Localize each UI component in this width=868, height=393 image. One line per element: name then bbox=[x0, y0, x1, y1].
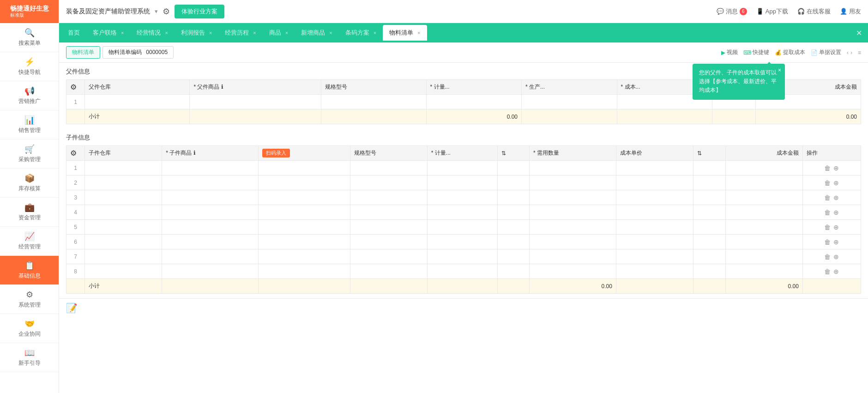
nav-tab-8[interactable]: 物料清单× bbox=[383, 25, 427, 41]
child-row-amount-3[interactable] bbox=[725, 190, 802, 205]
sidebar-item-10[interactable]: 🤝企业协同 bbox=[0, 314, 59, 343]
child-row-qty-4[interactable] bbox=[530, 205, 616, 220]
video-action[interactable]: ▶ 视频 bbox=[721, 48, 738, 56]
child-row-unit-5[interactable] bbox=[427, 220, 497, 235]
nav-tab-close-3[interactable]: × bbox=[209, 30, 212, 36]
shortcut-action[interactable]: ⌨ 快捷键 bbox=[743, 48, 769, 56]
child-row-qty-8[interactable] bbox=[530, 264, 616, 279]
nav-tab-6[interactable]: 新增商品× bbox=[295, 25, 338, 41]
cost-action[interactable]: 💰 提取成本 bbox=[775, 48, 805, 56]
child-row-scan-1[interactable] bbox=[259, 161, 350, 175]
nav-tab-0[interactable]: 首页 bbox=[61, 25, 86, 41]
sub-tab-bill-list[interactable]: 物料清单 bbox=[66, 46, 100, 59]
child-row-qty-2[interactable] bbox=[530, 175, 616, 190]
nav-tab-1[interactable]: 客户联络× bbox=[86, 25, 130, 41]
child-row-amount-6[interactable] bbox=[725, 235, 802, 249]
child-row-warehouse-2[interactable] bbox=[85, 175, 162, 190]
dropdown-arrow-icon[interactable]: ▾ bbox=[155, 8, 158, 15]
child-row-unit-3[interactable] bbox=[427, 190, 497, 205]
nav-tab-close-2[interactable]: × bbox=[165, 30, 168, 36]
child-row-amount-2[interactable] bbox=[725, 175, 802, 190]
parent-row-product-1[interactable] bbox=[190, 95, 321, 109]
settings-icon[interactable]: ⚙ bbox=[163, 6, 170, 17]
sidebar-item-5[interactable]: 📦库存核算 bbox=[0, 169, 59, 198]
child-row-product-6[interactable] bbox=[162, 235, 259, 249]
child-row-unit-price-4[interactable] bbox=[616, 205, 693, 220]
child-row-delete-icon-6[interactable]: 🗑 bbox=[824, 238, 831, 246]
child-row-warehouse-4[interactable] bbox=[85, 205, 162, 220]
message-item[interactable]: 💬 消息 6 bbox=[717, 7, 747, 16]
child-row-scan-5[interactable] bbox=[259, 220, 350, 235]
child-row-warehouse-8[interactable] bbox=[85, 264, 162, 279]
tooltip-close-icon[interactable]: × bbox=[778, 66, 781, 75]
child-row-product-4[interactable] bbox=[162, 205, 259, 220]
child-row-delete-icon-7[interactable]: 🗑 bbox=[824, 253, 831, 260]
child-row-amount-8[interactable] bbox=[725, 264, 802, 279]
child-row-amount-7[interactable] bbox=[725, 249, 802, 264]
child-row-copy-icon-1[interactable]: ⊕ bbox=[833, 164, 839, 172]
child-row-unit-price-2[interactable] bbox=[616, 175, 693, 190]
child-row-copy-icon-8[interactable]: ⊕ bbox=[833, 268, 839, 275]
child-row-spec-2[interactable] bbox=[350, 175, 427, 190]
child-row-scan-7[interactable] bbox=[259, 249, 350, 264]
nav-tab-2[interactable]: 经营情况× bbox=[130, 25, 174, 41]
sidebar-item-9[interactable]: ⚙系统管理 bbox=[0, 285, 59, 314]
child-row-delete-icon-3[interactable]: 🗑 bbox=[824, 194, 831, 201]
child-row-delete-icon-2[interactable]: 🗑 bbox=[824, 179, 831, 187]
child-row-delete-icon-8[interactable]: 🗑 bbox=[824, 268, 831, 275]
child-row-scan-8[interactable] bbox=[259, 264, 350, 279]
child-row-amount-5[interactable] bbox=[725, 220, 802, 235]
child-row-product-5[interactable] bbox=[162, 220, 259, 235]
child-row-scan-2[interactable] bbox=[259, 175, 350, 190]
sidebar-item-2[interactable]: 📢营销推广 bbox=[0, 81, 59, 110]
child-row-product-7[interactable] bbox=[162, 249, 259, 264]
user-item[interactable]: 👤 用友 bbox=[840, 7, 861, 16]
nav-tab-close-4[interactable]: × bbox=[253, 30, 256, 36]
child-row-spec-5[interactable] bbox=[350, 220, 427, 235]
parent-row-unit-1[interactable] bbox=[426, 95, 522, 109]
child-row-scan-6[interactable] bbox=[259, 235, 350, 249]
child-row-warehouse-6[interactable] bbox=[85, 235, 162, 249]
sidebar-item-6[interactable]: 💼资金管理 bbox=[0, 198, 59, 227]
nav-tab-close-8[interactable]: × bbox=[417, 30, 420, 36]
nav-tab-close-7[interactable]: × bbox=[374, 30, 376, 36]
nav-tab-3[interactable]: 利润报告× bbox=[175, 25, 218, 41]
child-row-scan-4[interactable] bbox=[259, 205, 350, 220]
sidebar-item-8[interactable]: 📋基础信息 bbox=[0, 256, 59, 285]
trial-button[interactable]: 体验行业方案 bbox=[175, 5, 224, 18]
sidebar-item-4[interactable]: 🛒采购管理 bbox=[0, 139, 59, 169]
app-download-item[interactable]: 📱 App下载 bbox=[756, 7, 788, 16]
parent-col-settings[interactable]: ⚙ bbox=[66, 80, 85, 95]
child-row-spec-6[interactable] bbox=[350, 235, 427, 249]
list-view-icon[interactable]: ≡ bbox=[858, 49, 861, 56]
child-row-product-2[interactable] bbox=[162, 175, 259, 190]
child-row-unit-4[interactable] bbox=[427, 205, 497, 220]
nav-tab-close-6[interactable]: × bbox=[329, 30, 332, 36]
child-row-unit-price-3[interactable] bbox=[616, 190, 693, 205]
child-row-unit-price-8[interactable] bbox=[616, 264, 693, 279]
online-service-item[interactable]: 🎧 在线客服 bbox=[797, 7, 831, 16]
child-row-copy-icon-4[interactable]: ⊕ bbox=[833, 209, 839, 216]
nav-tab-close-5[interactable]: × bbox=[285, 30, 288, 36]
sidebar-item-1[interactable]: ⚡快捷导航 bbox=[0, 52, 59, 81]
child-row-unit-price-1[interactable] bbox=[616, 161, 693, 175]
child-row-warehouse-7[interactable] bbox=[85, 249, 162, 264]
prev-page-icon[interactable]: ‹ bbox=[847, 49, 849, 56]
nav-tab-close-1[interactable]: × bbox=[121, 30, 124, 36]
child-row-qty-7[interactable] bbox=[530, 249, 616, 264]
sidebar-item-11[interactable]: 📖新手引导 bbox=[0, 343, 59, 372]
child-row-qty-5[interactable] bbox=[530, 220, 616, 235]
child-row-unit-price-5[interactable] bbox=[616, 220, 693, 235]
sidebar-item-0[interactable]: 🔍搜索菜单 bbox=[0, 23, 59, 52]
child-row-copy-icon-2[interactable]: ⊕ bbox=[833, 179, 839, 187]
child-row-delete-icon-5[interactable]: 🗑 bbox=[824, 224, 831, 231]
child-row-warehouse-3[interactable] bbox=[85, 190, 162, 205]
scan-input-btn[interactable]: 扫码录入 bbox=[262, 149, 290, 157]
child-row-delete-icon-4[interactable]: 🗑 bbox=[824, 209, 831, 216]
child-row-spec-7[interactable] bbox=[350, 249, 427, 264]
child-row-amount-1[interactable] bbox=[725, 161, 802, 175]
child-row-spec-8[interactable] bbox=[350, 264, 427, 279]
next-page-icon[interactable]: › bbox=[850, 49, 852, 56]
child-col-settings[interactable]: ⚙ bbox=[66, 146, 85, 161]
parent-row-spec-1[interactable] bbox=[321, 95, 426, 109]
